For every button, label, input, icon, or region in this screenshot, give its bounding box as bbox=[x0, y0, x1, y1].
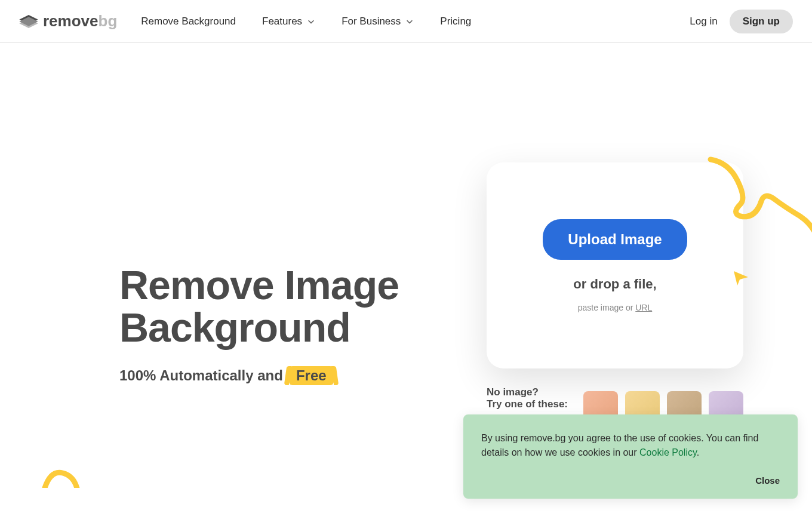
hero-subtitle: 100% Automatically and Free bbox=[119, 366, 418, 385]
drop-file-text: or drop a file, bbox=[573, 277, 656, 292]
hero-title: Remove ImageBackground bbox=[119, 264, 418, 349]
chevron-down-icon bbox=[307, 17, 315, 26]
main-header: removebg Remove Background Features For … bbox=[0, 0, 812, 43]
cookie-banner: By using remove.bg you agree to the use … bbox=[463, 414, 798, 488]
cookie-close-button[interactable]: Close bbox=[481, 475, 780, 486]
signup-button[interactable]: Sign up bbox=[730, 10, 793, 33]
paste-text: paste image or URL bbox=[578, 303, 653, 312]
no-image-text: No image? bbox=[487, 386, 568, 398]
upload-image-button[interactable]: Upload Image bbox=[543, 219, 687, 260]
login-link[interactable]: Log in bbox=[690, 16, 717, 27]
free-badge: Free bbox=[289, 366, 334, 385]
hero-copy: Remove ImageBackground 100% Automaticall… bbox=[119, 91, 418, 464]
main-nav: Remove Background Features For Business … bbox=[141, 16, 690, 27]
chevron-down-icon bbox=[405, 17, 414, 26]
squiggle-decoration-icon bbox=[705, 156, 812, 288]
nav-features[interactable]: Features bbox=[262, 16, 315, 27]
cookie-text: By using remove.bg you agree to the use … bbox=[481, 431, 780, 460]
logo-icon bbox=[19, 15, 38, 28]
paste-url-link[interactable]: URL bbox=[635, 303, 652, 312]
logo-text: removebg bbox=[43, 12, 117, 30]
cookie-policy-link[interactable]: Cookie Policy bbox=[639, 447, 697, 457]
auth-actions: Log in Sign up bbox=[690, 10, 793, 33]
try-text: Try one of these: bbox=[487, 398, 568, 410]
nav-remove-background[interactable]: Remove Background bbox=[141, 16, 236, 27]
logo[interactable]: removebg bbox=[19, 12, 117, 30]
nav-pricing[interactable]: Pricing bbox=[440, 16, 471, 27]
nav-for-business[interactable]: For Business bbox=[342, 16, 414, 27]
squiggle-decoration-icon bbox=[42, 464, 102, 488]
cursor-icon bbox=[733, 270, 749, 287]
